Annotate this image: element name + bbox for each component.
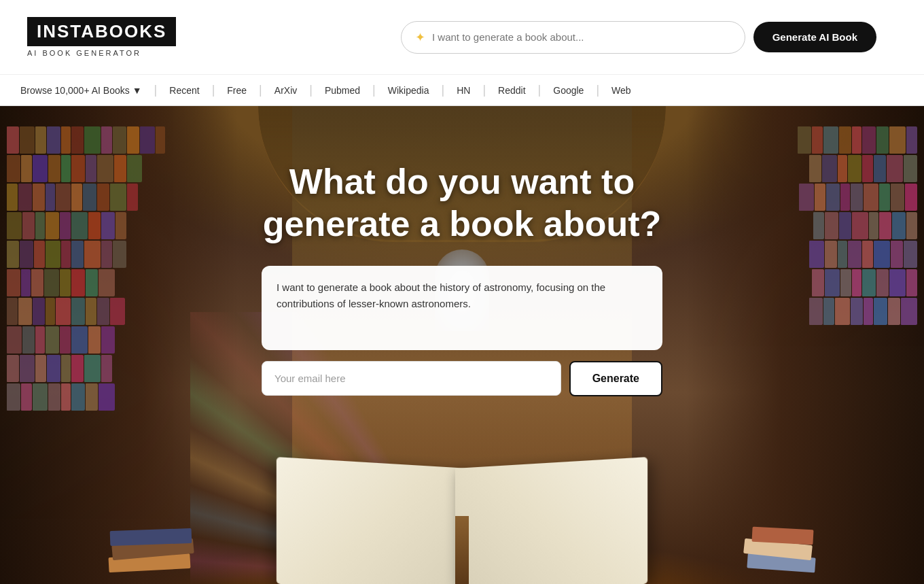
logo-sub-text: AI BOOK GENERATOR: [27, 49, 141, 57]
hero-section: What do you want to generate a book abou…: [0, 106, 924, 584]
nav-item-web[interactable]: Web: [599, 75, 643, 105]
nav-item-free[interactable]: Free: [215, 75, 259, 105]
stacked-book: [110, 528, 192, 546]
sparkle-icon: ✦: [415, 30, 425, 45]
nav-item-wikipedia[interactable]: Wikipedia: [376, 75, 442, 105]
browse-books-nav[interactable]: Browse 10,000+ AI Books ▼: [20, 75, 154, 105]
open-book: [258, 448, 666, 584]
hero-book-topic-input[interactable]: [277, 279, 647, 334]
header-generate-button[interactable]: Generate AI Book: [753, 22, 876, 52]
book-right-page: [455, 457, 647, 584]
nav-item-hn[interactable]: HN: [444, 75, 482, 105]
book-spine: [455, 516, 469, 584]
nav-item-reddit[interactable]: Reddit: [486, 75, 537, 105]
email-input[interactable]: [262, 361, 561, 396]
hero-title: What do you want to generate a book abou…: [263, 160, 662, 245]
stacked-books-left: [109, 516, 204, 570]
nav-bar: Browse 10,000+ AI Books ▼ | Recent | Fre…: [0, 75, 924, 106]
hero-title-line2: generate a book about?: [263, 204, 662, 243]
stacked-books-right: [720, 516, 815, 570]
hero-title-line1: What do you want to: [289, 162, 635, 201]
book-left-page: [277, 457, 469, 584]
browse-arrow: ▼: [132, 85, 142, 96]
nav-item-pubmed[interactable]: Pubmed: [313, 75, 372, 105]
header: INSTABOOKS AI BOOK GENERATOR ✦ Generate …: [0, 0, 924, 75]
hero-textarea-container: [262, 266, 662, 350]
search-bar: ✦: [401, 21, 745, 54]
header-search-area: ✦ Generate AI Book: [401, 21, 876, 54]
logo: INSTABOOKS AI BOOK GENERATOR: [27, 17, 176, 57]
search-input[interactable]: [432, 31, 731, 43]
nav-item-arxiv[interactable]: ArXiv: [262, 75, 309, 105]
hero-bottom-row: Generate: [262, 361, 662, 396]
browse-label: Browse 10,000+ AI Books: [20, 85, 130, 96]
nav-item-recent[interactable]: Recent: [157, 75, 211, 105]
stacked-book: [751, 527, 813, 545]
logo-main-text: INSTABOOKS: [27, 17, 176, 46]
hero-generate-button[interactable]: Generate: [569, 361, 662, 396]
nav-item-google[interactable]: Google: [541, 75, 596, 105]
hero-content: What do you want to generate a book abou…: [0, 106, 924, 396]
